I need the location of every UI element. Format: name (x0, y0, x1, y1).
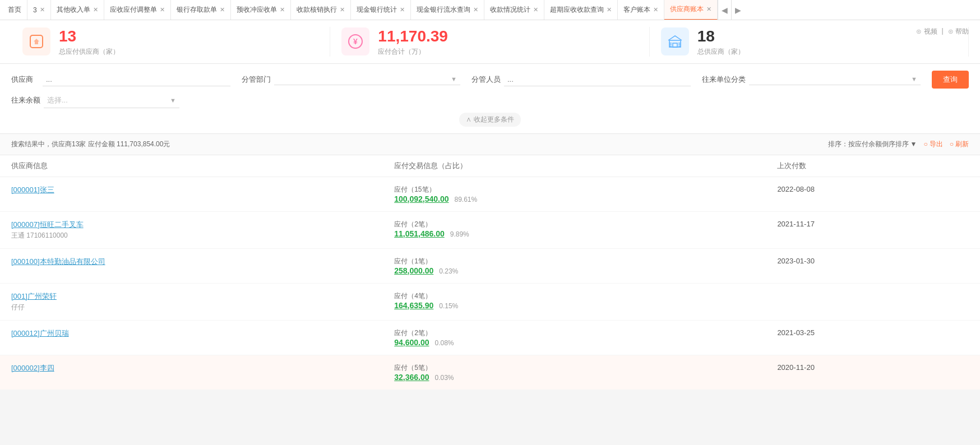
tx-row-2: 11,051,486.00 9.89% (394, 229, 777, 238)
supplier-link-3[interactable]: [000100]本特勤油品有限公司 (11, 257, 394, 267)
nav-tab-cash-bank-stat-label: 现金银行统计 (357, 5, 397, 15)
tx-row-4: 164,635.90 0.15% (394, 301, 777, 310)
supplier-link-1[interactable]: [000001]张三 (11, 185, 394, 195)
supplier-input[interactable] (43, 73, 230, 86)
collapse-button[interactable]: ∧ 收起更多条件 (459, 113, 520, 127)
balance-select-arrow: ▼ (170, 97, 176, 104)
tx-label-4: 应付（4笔） (394, 291, 777, 301)
nav-tab-ap-adjust-close[interactable]: ✕ (160, 6, 165, 13)
nav-tab-cash-bank-flow-label: 现金银行流水查询 (417, 5, 470, 15)
tx-amount-5[interactable]: 94,600.00 (394, 338, 429, 347)
video-link[interactable]: ⊙ 视频 (916, 27, 937, 36)
nav-prev-arrow[interactable]: ◀ (718, 0, 731, 20)
dept-select[interactable]: ▼ (274, 73, 461, 85)
nav-tab-supplier-account[interactable]: 供应商账本 ✕ (664, 0, 718, 20)
col-header-last-pay: 上次付数 (777, 161, 969, 171)
store-icon (661, 27, 689, 55)
total-payable-amount-label: 应付合计（万） (378, 47, 448, 57)
last-pay-5: 2021-03-25 (777, 328, 969, 347)
nav-tab-collect-stat[interactable]: 收款情况统计 ✕ (484, 0, 544, 20)
nav-tab-collect-stat-close[interactable]: ✕ (533, 6, 538, 13)
supplier-info-4: [001]广州荣轩 仔仔 (11, 291, 394, 312)
nav-tab-3-close[interactable]: ✕ (40, 6, 45, 13)
collapse-label: ∧ 收起更多条件 (466, 115, 514, 124)
supplier-link-4[interactable]: [001]广州荣轩 (11, 291, 394, 302)
table-row[interactable]: [000007]恒旺二手叉车 王通 17106110000 应付（2笔） 11,… (0, 212, 980, 249)
supplier-link-6[interactable]: [000002]李四 (11, 363, 394, 373)
col-header-tx: 应付交易信息（占比） (394, 161, 777, 171)
tx-amount-4[interactable]: 164,635.90 (394, 301, 433, 310)
sort-button[interactable]: 排序：按应付余额倒序排序 ▼ (828, 140, 917, 149)
nav-next-arrow[interactable]: ▶ (731, 0, 745, 20)
query-button[interactable]: 查询 (932, 71, 969, 89)
table-row[interactable]: [000012]广州贝瑞 应付（2笔） 94,600.00 0.08% 2021… (0, 321, 980, 355)
nav-tab-customer-account-close[interactable]: ✕ (653, 6, 658, 13)
table-row[interactable]: [000100]本特勤油品有限公司 应付（1笔） 258,000.00 0.23… (0, 249, 980, 284)
tx-label-2: 应付（2笔） (394, 220, 777, 229)
tx-row-1: 100,092,540.00 89.61% (394, 194, 777, 203)
nav-tab-bank-deposit-label: 银行存取款单 (177, 5, 217, 15)
tx-label-6: 应付（5笔） (394, 363, 777, 373)
svg-rect-3 (669, 40, 681, 47)
nav-tab-prepay-collect[interactable]: 预收冲应收单 ✕ (231, 0, 291, 20)
nav-tab-bank-deposit[interactable]: 银行存取款单 ✕ (171, 0, 231, 20)
tx-amount-6[interactable]: 32,366.00 (394, 373, 429, 382)
nav-tab-overdue-collect[interactable]: 超期应收收款查询 ✕ (544, 0, 618, 20)
supplier-info-3: [000100]本特勤油品有限公司 (11, 257, 394, 275)
nav-tab-collect-stat-label: 收款情况统计 (490, 5, 530, 15)
table-row[interactable]: [000001]张三 应付（15笔） 100,092,540.00 89.61%… (0, 177, 980, 212)
last-pay-date-1: 2022-08-08 (777, 185, 815, 193)
supplier-info-6: [000002]李四 (11, 363, 394, 382)
export-button[interactable]: ○ 导出 (924, 140, 943, 149)
nav-tab-cash-bank-stat[interactable]: 现金银行统计 ✕ (351, 0, 411, 20)
nav-tab-bank-deposit-close[interactable]: ✕ (220, 6, 225, 13)
nav-tab-other-income[interactable]: 其他收入单 ✕ (51, 0, 104, 20)
table-row[interactable]: [000002]李四 应付（5笔） 32,366.00 0.03% 2020-1… (0, 355, 980, 390)
nav-tab-home[interactable]: 首页 (2, 0, 27, 20)
nav-tab-cash-bank-stat-close[interactable]: ✕ (400, 6, 405, 13)
summary-info-2: 11,170.39 应付合计（万） (378, 27, 448, 57)
nav-tab-3[interactable]: 3 ✕ (27, 0, 51, 20)
refresh-icon: ○ (950, 140, 954, 148)
table-header: 供应商信息 应付交易信息（占比） 上次付数 (0, 155, 980, 177)
filter-category: 往来单位分类 ▼ (702, 73, 921, 85)
nav-tab-ap-adjust[interactable]: 应收应付调整单 ✕ (104, 0, 171, 20)
filter-area: 供应商 分管部门 ▼ 分管人员 往来单位分类 ▼ 查询 往来余额 选择 (0, 64, 980, 134)
nav-tab-overdue-collect-label: 超期应收收款查询 (550, 5, 604, 15)
nav-tab-cash-bank-flow-close[interactable]: ✕ (473, 6, 478, 13)
nav-tab-cash-bank-flow[interactable]: 现金银行流水查询 ✕ (411, 0, 484, 20)
nav-tab-collect-audit-close[interactable]: ✕ (340, 6, 345, 13)
table-row[interactable]: [001]广州荣轩 仔仔 应付（4笔） 164,635.90 0.15% (0, 284, 980, 321)
nav-tab-supplier-account-close[interactable]: ✕ (706, 6, 711, 13)
tx-info-1: 应付（15笔） 100,092,540.00 89.61% (394, 185, 777, 203)
dept-filter-label: 分管部门 (242, 75, 271, 85)
person-input[interactable] (504, 73, 691, 86)
summary-card-amount: ¥ 11,170.39 应付合计（万） (330, 27, 649, 57)
nav-tab-prepay-collect-close[interactable]: ✕ (280, 6, 285, 13)
nav-tab-other-income-close[interactable]: ✕ (93, 6, 98, 13)
help-link[interactable]: ⊙ 帮助 (948, 27, 969, 36)
nav-tab-overdue-collect-close[interactable]: ✕ (607, 6, 612, 13)
category-filter-label: 往来单位分类 (702, 75, 746, 85)
tx-label-3: 应付（1笔） (394, 257, 777, 266)
tx-amount-3[interactable]: 258,000.00 (394, 266, 433, 275)
tx-info-3: 应付（1笔） 258,000.00 0.23% (394, 257, 777, 275)
filter-person: 分管人员 (471, 73, 691, 86)
nav-tab-collect-audit[interactable]: 收款核销执行 ✕ (291, 0, 351, 20)
sort-arrow-icon: ▼ (910, 140, 917, 148)
supplier-filter-label: 供应商 (11, 75, 39, 85)
tx-percent-1: 89.61% (455, 196, 478, 203)
tx-amount-1[interactable]: 100,092,540.00 (394, 194, 449, 203)
category-select[interactable]: ▼ (749, 73, 921, 85)
nav-tab-customer-account[interactable]: 客户账本 ✕ (618, 0, 664, 20)
supplier-link-2[interactable]: [000007]恒旺二手叉车 (11, 220, 394, 230)
nav-tab-collect-audit-label: 收款核销执行 (297, 5, 337, 15)
refresh-button[interactable]: ○ 刷新 (950, 140, 969, 149)
tx-amount-2[interactable]: 11,051,486.00 (394, 229, 445, 238)
result-right-actions: 排序：按应付余额倒序排序 ▼ ○ 导出 ○ 刷新 (828, 140, 969, 149)
total-payable-suppliers-label: 总应付供应商（家） (59, 47, 119, 57)
result-bar: 搜索结果中，供应商13家 应付金额 111,703,854.00元 排序：按应付… (0, 134, 980, 155)
nav-tab-prepay-collect-label: 预收冲应收单 (237, 5, 277, 15)
supplier-link-5[interactable]: [000012]广州贝瑞 (11, 328, 394, 339)
balance-select[interactable]: 选择... ▼ (44, 93, 179, 108)
